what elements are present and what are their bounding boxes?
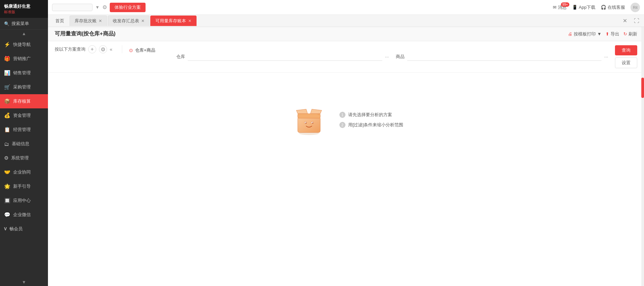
sidebar-search[interactable]: 🔍 搜索菜单 bbox=[0, 18, 48, 30]
print-dropdown-icon[interactable]: ▼ bbox=[597, 31, 601, 36]
tabs-close-all-button[interactable]: ✕ bbox=[621, 17, 629, 25]
print-label: 按模板打印 bbox=[574, 31, 596, 37]
service-icon: 🎧 bbox=[601, 5, 606, 10]
app-download-label: App下载 bbox=[579, 4, 595, 10]
enterprise-icon: 🤝 bbox=[4, 169, 10, 175]
sidebar-item-operation[interactable]: 📋 经营管理 bbox=[0, 123, 48, 137]
tab-inventory-batch-label: 库存批次账 bbox=[75, 18, 97, 24]
sidebar-scroll-down[interactable]: ▼ bbox=[0, 278, 48, 286]
filter-left: 按以下方案查询 + ⚙ « bbox=[55, 45, 122, 53]
tip-text-2: 用[过滤]条件来缩小分析范围 bbox=[348, 122, 403, 128]
empty-tip-1: 1 请先选择要分析的方案 bbox=[339, 112, 403, 118]
query-settings-group: 查询 设置 bbox=[615, 45, 637, 68]
tabs-expand-button[interactable]: ⛶ bbox=[632, 17, 641, 25]
edition-label: 标准版 bbox=[4, 9, 44, 15]
page-content: 可用量查询(按仓库+商品) 🖨 按模板打印 ▼ ⬆ 导出 ↻ 刷新 bbox=[48, 27, 644, 286]
goods-label: 商品 bbox=[396, 54, 405, 60]
finance-icon: 💰 bbox=[4, 112, 10, 119]
system-icon: ⚙ bbox=[4, 155, 8, 161]
empty-box-svg: ✦ bbox=[292, 103, 326, 137]
topbar-search-input[interactable] bbox=[55, 5, 82, 10]
right-scrollbar-thumb[interactable] bbox=[641, 78, 644, 98]
tab-inventory-batch[interactable]: 库存批次账 ✕ bbox=[70, 16, 107, 26]
page-header-actions: 🖨 按模板打印 ▼ ⬆ 导出 ↻ 刷新 bbox=[568, 31, 637, 37]
sidebar-item-system[interactable]: ⚙ 系统管理 bbox=[0, 151, 48, 165]
scheme-name: 仓库+商品 bbox=[135, 47, 155, 53]
warehouse-more-button[interactable]: ··· bbox=[385, 54, 389, 59]
goods-input[interactable] bbox=[407, 53, 602, 61]
message-badge: 99+ bbox=[561, 2, 569, 7]
query-button[interactable]: 查询 bbox=[615, 45, 637, 55]
sidebar-item-inventory[interactable]: 📦 库存核算 bbox=[0, 94, 48, 108]
filter-collapse-button[interactable]: « bbox=[110, 47, 112, 52]
sidebar-item-marketing[interactable]: 🎁 营销推广 bbox=[0, 52, 48, 66]
app-center-icon: 🔲 bbox=[4, 198, 10, 204]
goods-more-button[interactable]: ··· bbox=[604, 54, 608, 59]
topbar-avatar[interactable]: Rit bbox=[630, 3, 640, 12]
tab-stock-summary-close[interactable]: ✕ bbox=[141, 19, 145, 23]
sidebar-item-purchase[interactable]: 🛒 采购管理 bbox=[0, 80, 48, 94]
topbar-right: ✉ 消息 99+ 📱 App下载 🎧 在线客服 Rit bbox=[553, 3, 640, 12]
nav-label-basic: 基础信息 bbox=[12, 141, 29, 147]
right-scrollbar[interactable] bbox=[641, 27, 644, 286]
nav-label-system: 系统管理 bbox=[11, 155, 29, 161]
tab-stock-summary-label: 收发存汇总表 bbox=[113, 18, 139, 24]
sidebar-item-wechat[interactable]: 💬 企业微信 bbox=[0, 208, 48, 222]
nav-label-purchase: 采购管理 bbox=[13, 84, 31, 90]
topbar: ▼ ⚙ 体验行业方案 ✉ 消息 99+ 📱 App下载 🎧 在线客服 Rit bbox=[48, 0, 644, 15]
sidebar-item-basic[interactable]: 🗂 基础信息 bbox=[0, 137, 48, 151]
svg-marker-3 bbox=[296, 109, 307, 113]
purchase-icon: 🛒 bbox=[4, 84, 10, 90]
sidebar-item-sales[interactable]: 📊 销售管理 bbox=[0, 66, 48, 80]
nav-label-enterprise: 企业协同 bbox=[13, 169, 31, 175]
refresh-button[interactable]: ↻ 刷新 bbox=[623, 31, 637, 37]
filter-settings-button[interactable]: ⚙ bbox=[99, 45, 107, 53]
topbar-search-box[interactable] bbox=[52, 4, 93, 11]
inventory-icon: 📦 bbox=[4, 98, 10, 104]
print-template-button[interactable]: 🖨 按模板打印 ▼ bbox=[568, 31, 601, 37]
newbie-icon: 🌟 bbox=[4, 183, 10, 189]
trial-button[interactable]: 体验行业方案 bbox=[110, 3, 146, 12]
tab-inventory-batch-close[interactable]: ✕ bbox=[99, 19, 102, 23]
filter-add-button[interactable]: + bbox=[88, 45, 96, 53]
sidebar-item-enterprise[interactable]: 🤝 企业协同 bbox=[0, 165, 48, 179]
settings-button[interactable]: 设置 bbox=[615, 57, 637, 68]
topbar-gear-icon[interactable]: ⚙ bbox=[102, 4, 107, 10]
filter-right: 仓库 ··· 商品 ··· 查询 设置 bbox=[170, 45, 637, 68]
empty-state: ✦ 1 请先选择要分析的方案 2 用[过滤]条件来缩小分析范围 bbox=[48, 73, 644, 167]
tab-available-qty[interactable]: 可用量库存账本 ✕ bbox=[150, 16, 197, 26]
svg-point-8 bbox=[312, 123, 313, 124]
topbar-message[interactable]: ✉ 消息 99+ bbox=[553, 4, 567, 10]
tab-stock-summary[interactable]: 收发存汇总表 ✕ bbox=[108, 16, 150, 26]
svg-text:✦: ✦ bbox=[317, 112, 320, 116]
tabs-bar: 首页 库存批次账 ✕ 收发存汇总表 ✕ 可用量库存账本 ✕ ✕ ⛶ bbox=[48, 15, 644, 27]
nav-label-inventory: 库存核算 bbox=[13, 98, 31, 104]
filter-area: 按以下方案查询 + ⚙ « ⊙ 仓库+商品 仓库 ··· 商品 bbox=[48, 41, 644, 73]
tab-home[interactable]: 首页 bbox=[51, 16, 69, 26]
svg-rect-1 bbox=[298, 117, 320, 133]
filter-warehouse-field: 仓库 ··· bbox=[176, 53, 389, 61]
nav-label-app-center: 应用中心 bbox=[13, 198, 31, 204]
warehouse-input[interactable] bbox=[188, 53, 382, 61]
topbar-online-service[interactable]: 🎧 在线客服 bbox=[601, 4, 625, 10]
tip-number-1: 1 bbox=[339, 112, 345, 118]
sidebar-item-app-center[interactable]: 🔲 应用中心 bbox=[0, 193, 48, 208]
page-title: 可用量查询(按仓库+商品) bbox=[55, 30, 115, 37]
sidebar-item-member[interactable]: V 畅会员 bbox=[0, 222, 48, 236]
sidebar-item-finance[interactable]: 💰 资金管理 bbox=[0, 108, 48, 123]
nav-label-newbie: 新手引导 bbox=[13, 183, 31, 189]
filter-scheme-item-warehouse-goods[interactable]: ⊙ 仓库+商品 bbox=[126, 45, 170, 55]
export-button[interactable]: ⬆ 导出 bbox=[606, 31, 619, 37]
wechat-icon: 💬 bbox=[4, 212, 10, 218]
filter-goods-field: 商品 ··· bbox=[396, 53, 609, 61]
topbar-app-download[interactable]: 📱 App下载 bbox=[572, 4, 595, 10]
topbar-dropdown-arrow[interactable]: ▼ bbox=[95, 5, 100, 10]
tab-available-qty-close[interactable]: ✕ bbox=[188, 19, 191, 23]
app-download-icon: 📱 bbox=[572, 5, 577, 10]
sidebar-item-quick-nav[interactable]: ⚡ 快捷导航 bbox=[0, 37, 48, 52]
sidebar-scroll-up[interactable]: ▲ bbox=[0, 30, 48, 37]
sidebar-item-newbie[interactable]: 🌟 新手引导 bbox=[0, 179, 48, 193]
main-area: ▼ ⚙ 体验行业方案 ✉ 消息 99+ 📱 App下载 🎧 在线客服 Rit bbox=[48, 0, 644, 286]
export-label: 导出 bbox=[611, 31, 619, 37]
tip-text-1: 请先选择要分析的方案 bbox=[348, 112, 392, 118]
